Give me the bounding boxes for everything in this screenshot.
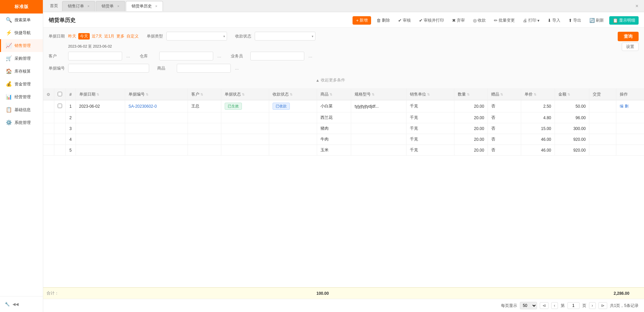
- first-page-btn[interactable]: ⊲: [540, 302, 549, 309]
- page-number-input[interactable]: [567, 302, 580, 309]
- customer-input[interactable]: [68, 52, 122, 60]
- td-qty-2: 20.00: [454, 123, 487, 134]
- footer-cells: 100.00 2,286.00: [74, 291, 641, 296]
- td-doc-status-0: 已生效: [221, 100, 269, 112]
- th-doc-no[interactable]: 单据编号⇅: [125, 89, 188, 100]
- tab-sales-history-close[interactable]: ×: [155, 4, 157, 8]
- filter-row-1: 单据日期 昨天 今天 近7天 近1月 更多 自定义 单据类型: [49, 32, 612, 41]
- date-1month[interactable]: 近1月: [104, 33, 115, 39]
- salesman-input[interactable]: [250, 52, 304, 60]
- audit-btn[interactable]: ✔ 审核: [395, 16, 414, 25]
- th-gift[interactable]: 赠品⇅: [488, 89, 521, 100]
- print-dropdown-icon: ▾: [537, 18, 539, 23]
- prev-page-btn[interactable]: ‹: [551, 302, 558, 309]
- edit-btn-0[interactable]: 编: [620, 104, 623, 109]
- td-checkbox-4[interactable]: [54, 145, 65, 156]
- delete-btn[interactable]: 🗑 删除: [374, 16, 393, 25]
- tab-sales-delivery-close[interactable]: ×: [117, 4, 119, 8]
- tab-sales-delivery[interactable]: 销货单 ×: [96, 1, 125, 11]
- th-doc-status[interactable]: 单据状态⇅: [221, 89, 269, 100]
- date-today[interactable]: 今天: [78, 33, 90, 40]
- date-custom[interactable]: 自定义: [127, 33, 139, 39]
- th-spec[interactable]: 规格型号⇅: [351, 89, 407, 100]
- settings-filter-btn[interactable]: 设置: [622, 43, 639, 51]
- th-qty[interactable]: 数量⇅: [454, 89, 487, 100]
- th-doc-status-label: 单据状态: [225, 92, 241, 97]
- doc-no-input[interactable]: [68, 64, 149, 73]
- pay-status-select[interactable]: [255, 32, 315, 41]
- next-page-btn[interactable]: ›: [589, 302, 596, 309]
- doc-type-select[interactable]: [166, 32, 227, 41]
- th-date[interactable]: 单据日期⇅: [76, 89, 125, 100]
- collapse-btn[interactable]: ▲ 收起更多条件: [49, 76, 612, 84]
- sidebar-item-sales-mgmt[interactable]: 📈 销售管理: [0, 39, 43, 52]
- product-filter-input[interactable]: [177, 64, 231, 73]
- tab-home[interactable]: 首页: [46, 1, 62, 11]
- td-checkbox-3[interactable]: [54, 134, 65, 145]
- refresh-btn[interactable]: 🔄 刷新: [587, 16, 607, 25]
- th-amount[interactable]: 金额⇅: [555, 89, 589, 100]
- new-btn[interactable]: + 新增: [353, 16, 371, 25]
- warehouse-ellipsis-btn[interactable]: …: [216, 53, 223, 59]
- select-all-checkbox[interactable]: [58, 92, 62, 96]
- batch-change-btn[interactable]: ✏ 批量变更: [491, 16, 517, 25]
- receive-btn[interactable]: ◎ 收款: [470, 16, 488, 25]
- td-settings-2: [43, 123, 54, 134]
- th-customer[interactable]: 客户⇅: [188, 89, 221, 100]
- filter-group-doc-no: 单据编号: [49, 64, 149, 73]
- sidebar-item-base-info[interactable]: 📋 基础信息: [0, 103, 43, 116]
- date-yesterday[interactable]: 昨天: [68, 33, 76, 39]
- delete-row-btn-0[interactable]: 删: [625, 104, 628, 109]
- print-btn[interactable]: 🖨 打印 ▾: [520, 16, 542, 25]
- inventory-icon: 🏠: [6, 68, 12, 74]
- td-price-3: 46.00: [521, 134, 555, 145]
- unit-sort-icon: ⇅: [427, 93, 430, 96]
- sidebar-item-finance[interactable]: 💰 资金管理: [0, 78, 43, 90]
- customer-ellipsis-btn[interactable]: …: [125, 53, 132, 59]
- page-size-select[interactable]: 50 100 200: [520, 302, 537, 309]
- th-pay-status[interactable]: 收款状态⇅: [269, 89, 317, 100]
- date-7days[interactable]: 近7天: [92, 33, 102, 39]
- date-more[interactable]: 更多: [116, 33, 124, 39]
- sidebar-item-operations[interactable]: 📊 经营管理: [0, 90, 43, 103]
- sidebar-item-search-menu[interactable]: 🔍 搜索菜单: [0, 14, 43, 26]
- td-checkbox-0[interactable]: [54, 100, 65, 112]
- tab-sales-history[interactable]: 销货单历史 ×: [126, 1, 163, 11]
- td-checkbox-1[interactable]: [54, 112, 65, 123]
- salesman-ellipsis-btn[interactable]: …: [307, 53, 314, 59]
- tab-sales-order-close[interactable]: ×: [87, 4, 89, 8]
- import-btn[interactable]: ⬇ 导入: [545, 16, 563, 25]
- sidebar-item-inventory[interactable]: 🏠 库存核算: [0, 65, 43, 78]
- sidebar-item-finance-label: 资金管理: [15, 81, 31, 87]
- date-label: 单据日期: [49, 33, 65, 39]
- sidebar-item-sys-mgmt[interactable]: ⚙️ 系统管理: [0, 116, 43, 129]
- td-checkbox-2[interactable]: [54, 123, 65, 134]
- th-spec-label: 规格型号: [355, 92, 371, 97]
- td-date-2: [76, 123, 125, 134]
- sidebar-item-quick-nav[interactable]: ⚡ 快捷导航: [0, 26, 43, 39]
- sidebar-item-purchase-mgmt[interactable]: 🛒 采购管理: [0, 52, 43, 65]
- close-all-button[interactable]: ✕: [633, 2, 641, 10]
- th-settings[interactable]: ⚙: [43, 89, 54, 100]
- td-num-2: 3: [65, 123, 76, 134]
- export-btn[interactable]: ⬆ 导出: [566, 16, 584, 25]
- tab-sales-order[interactable]: 销售订单 ×: [62, 1, 95, 11]
- query-btn[interactable]: 查询: [618, 32, 639, 41]
- warehouse-input[interactable]: [159, 52, 213, 60]
- product-ellipsis-btn[interactable]: …: [233, 65, 240, 71]
- abandon-btn[interactable]: ✖ 弃审: [449, 16, 468, 25]
- show-detail-btn[interactable]: 📋 显示明细: [609, 16, 639, 25]
- td-doc-no-1: [125, 112, 188, 123]
- audit-print-btn[interactable]: ✔ 审核并打印: [416, 16, 447, 25]
- last-page-btn[interactable]: ⊳: [598, 302, 607, 309]
- th-checkbox[interactable]: [54, 89, 65, 100]
- th-price[interactable]: 单价⇅: [521, 89, 555, 100]
- row-checkbox-0[interactable]: [58, 104, 62, 108]
- td-trade-1: [589, 112, 616, 123]
- sidebar-bottom-settings[interactable]: 🔧 ◀◀: [0, 299, 43, 309]
- filter-row-2: 客户 … 仓库 … 业务员 …: [49, 52, 612, 60]
- table-settings-icon[interactable]: ⚙: [47, 92, 50, 97]
- td-doc-no-4: [125, 145, 188, 156]
- th-product[interactable]: 商品⇅: [317, 89, 351, 100]
- th-unit[interactable]: 销售单位⇅: [406, 89, 454, 100]
